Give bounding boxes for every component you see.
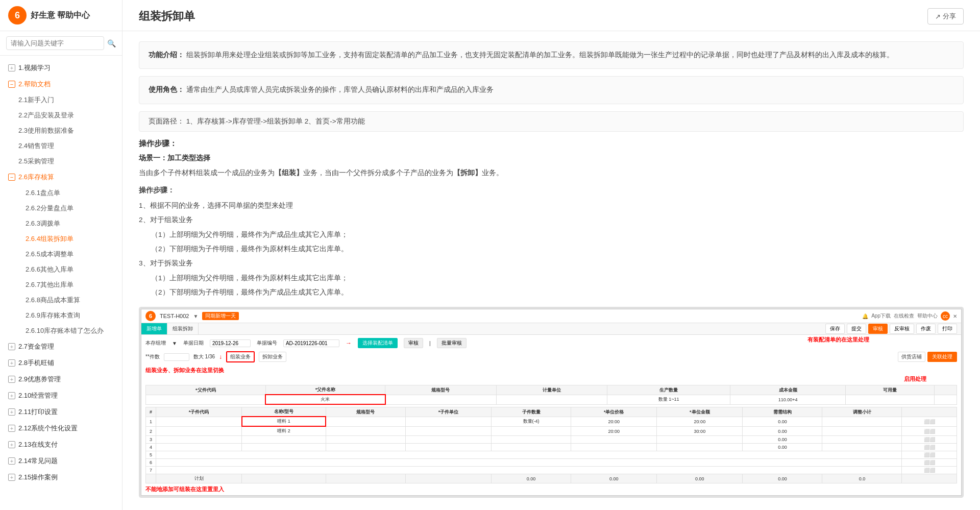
step2-sub2: （2）下部明细为子件明细，最终作为原材料生成其它出库单。 [151,243,964,255]
sidebar-item-online[interactable]: + 2.13在线支付 [0,436,122,453]
ops-steps-label: 操作步骤： [139,184,964,197]
lower-th-8: 需需结构 [743,407,822,417]
collapse-inventory-icon: − [8,174,15,181]
app-tab-active[interactable]: 新增单 [141,323,167,334]
sidebar-item-inother[interactable]: 2.6.6其他入库单 [0,262,122,277]
sidebar-item-data[interactable]: 2.3使用前数据准备 [0,123,122,138]
btn-print[interactable]: 打印 [938,324,957,334]
form-supplier-input[interactable]: 供货店铺 [898,352,925,362]
form-bom-btn[interactable]: 选择装配清单 [358,338,398,348]
app-close-icon[interactable]: ✕ [953,313,957,319]
upper-th-2: *父件名称 [265,385,385,395]
upper-cell-name[interactable]: 火米 [265,395,385,404]
form-unit-input[interactable] [164,353,189,361]
step2-sub1: （1）上部明细为父件明细，最终作为产成品生成其它入库单； [151,229,964,241]
expand-mobile-icon: + [8,359,15,367]
form-activate-btn[interactable]: 关联处理 [927,352,957,362]
sidebar-item-wrongledger[interactable]: 2.6.10库存账本错了怎么办 [0,323,122,338]
scenario-title: 场景一：加工类型选择 [139,154,964,163]
lower-th-3: 规格型号 [326,407,405,417]
lower-row-3: 3 0.00 ⬜⬜ [146,436,957,444]
upper-th-5: 生产数量 [607,385,730,395]
sidebar-item-costcalc[interactable]: 2.6.8商品成本重算 [0,293,122,308]
btn-submit[interactable]: 提交 [847,324,866,334]
lower-row1-name[interactable]: 哩料 1 [242,417,326,426]
btn-save[interactable]: 保存 [825,324,845,334]
sidebar-item-purchase[interactable]: 2.5采购管理 [0,154,122,169]
sidebar-item-cost[interactable]: 2.6.5成本调整单 [0,247,122,262]
form-batch-btn[interactable]: 批量审核 [437,338,467,348]
upper-th-4: 计量单位 [496,385,607,395]
form-label-date: 单据日期 [183,339,204,347]
sidebar-item-assembly[interactable]: 2.6.4组装拆卸单 [0,231,122,247]
share-button[interactable]: ↗ 分享 [927,8,964,25]
search-input[interactable] [6,36,104,50]
sidebar-item-docs[interactable]: − 2.帮助文档 [0,76,122,92]
step3-sub1: （1）上部明细为父件明细，最终作为原材料生成其它出库单； [151,272,964,284]
sidebar-item-adjust[interactable]: 2.6.3调拨单 [0,216,122,231]
sidebar-item-new[interactable]: 2.1新手入门 [0,92,122,108]
sidebar-item-capital[interactable]: + 2.7资金管理 [0,338,122,355]
lower-th-4: *子件单位 [405,407,491,417]
form-label-no: 单据编号 [257,339,277,347]
form-type-select[interactable]: 组装业务 [226,351,255,362]
btn-approve[interactable]: 审核 [868,324,888,334]
sidebar-item-outother[interactable]: 2.6.7其他出库单 [0,277,122,293]
lower-row-1: 1 哩料 1 数量(-4) 20:00 20:00 0.00 [146,417,957,426]
sidebar-item-cases[interactable]: + 2.15操作案例 [0,469,122,485]
lower-th-10 [902,407,957,417]
sidebar-item-stockquery[interactable]: 2.6.9库存账本查询 [0,308,122,323]
sidebar-header: 6 好生意 帮助中心 [0,0,122,31]
share-icon: ↗ [935,13,941,20]
form-qty-row: **件数 数大 1/36 ↓ 组装业务 拆卸业务 供货店铺 关联处理 [145,351,957,362]
upper-th-3: 规格型号 [385,385,497,395]
upper-th-8 [935,385,957,395]
sidebar-item-coupon[interactable]: + 2.9优惠券管理 [0,371,122,387]
form-no-input[interactable] [283,339,339,347]
sidebar-item-faq[interactable]: + 2.14常见问题 [0,453,122,469]
sidebar-item-inventory[interactable]: − 2.6库存核算 [0,169,122,185]
logo-icon: 6 [8,6,27,25]
upper-row-1: 火米 数量 1~11 110.00+4 [146,395,957,404]
lower-row-4: 4 0.00 ⬜⬜ [146,444,957,451]
form-date-input[interactable] [210,339,251,347]
app-tab-list[interactable]: 组装拆卸 [167,323,199,334]
btn-reverse[interactable]: 反审核 [890,324,914,334]
sidebar-item-mobile[interactable]: + 2.8手机旺铺 [0,355,122,371]
form-confirm-btn[interactable]: 审核 [404,338,423,348]
main-content: 组装拆卸单 ↗ 分享 功能介绍： 组装拆卸单用来处理企业组装或拆卸等加工业务，支… [122,0,980,510]
sidebar-item-video[interactable]: + 1.视频学习 [0,60,122,76]
form-type-disassemble[interactable]: 拆卸业务 [259,352,286,362]
scenario-desc: 当由多个子件材料组装成一个成品的业务为【组装】业务，当由一个父件拆分成多个子产品… [139,167,964,179]
expand-online-icon: + [8,441,15,448]
collapse-icon: − [8,81,15,88]
app-test-id: TEST-H002 [160,313,189,319]
sidebar-item-customize[interactable]: + 2.12系统个性化设置 [0,420,122,436]
search-bar[interactable]: 🔍 [0,31,122,56]
app-new-btn[interactable]: 同期新增一天 [202,312,239,320]
form-label-op: ▼ [172,341,177,346]
annotation-arrow-1: → [346,339,352,347]
sidebar-item-partialtake[interactable]: 2.6.2分量盘点单 [0,201,122,216]
expand-cases-icon: + [8,474,15,481]
step3-sub2: （2）下部明细为子件明细，最终作为产成品生成其它入库单。 [151,286,964,299]
app-logo: 6 [145,311,156,321]
app-header-bar: 6 TEST-H002 ▼ 同期新增一天 🔔 App下载 在线检查 帮助中心 c… [141,309,961,323]
activation-area: 供货店铺 关联处理 [898,352,957,362]
lower-th-0: # [146,407,156,417]
annotation-type-row: 组装业务、拆卸业务在这里切换 [145,366,957,374]
app-dropdown: ▼ [193,313,198,319]
form-label-type: 本存组增 [145,339,166,347]
lower-th-9: 调整小计 [822,407,902,417]
lower-table: # *子件代码 名称/型号 规格型号 *子件单位 子件数量 *单位价格 *单位金… [145,407,957,483]
sidebar-item-print[interactable]: + 2.11打印设置 [0,404,122,420]
sidebar-item-sales[interactable]: 2.4销售管理 [0,138,122,154]
sidebar-item-operation[interactable]: + 2.10经营管理 [0,387,122,404]
sidebar-item-stocktake[interactable]: 2.6.1盘点单 [0,185,122,201]
sidebar-item-install[interactable]: 2.2产品安装及登录 [0,108,122,123]
annotation-activate-row: 启用处理 [145,375,957,383]
btn-delete[interactable]: 作废 [916,324,936,334]
annotation-activate-text: 启用处理 [904,375,926,383]
expand-coupon-icon: + [8,376,15,383]
search-button[interactable]: 🔍 [107,39,116,47]
